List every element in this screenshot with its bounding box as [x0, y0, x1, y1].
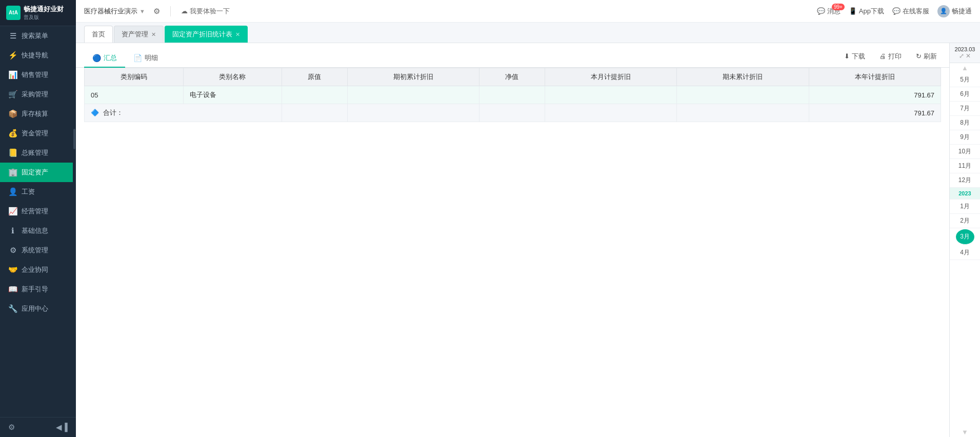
app-title: 畅捷通好业财 — [24, 5, 64, 14]
sidebar-item-label: 系统管理 — [22, 246, 48, 255]
sidebar-item-search[interactable]: ☰ 搜索菜单 — [0, 26, 73, 46]
sidebar-item-system[interactable]: ⚙ 系统管理 — [0, 241, 73, 260]
sidebar-item-ledger[interactable]: 📒 总账管理 — [0, 143, 73, 163]
topbar-settings-icon[interactable]: ⚙ — [153, 7, 160, 16]
sum-period-end — [677, 104, 809, 122]
summary-icon: 🔵 — [92, 54, 101, 62]
customer-service-icon: 💬 — [892, 7, 901, 15]
date-item-may[interactable]: 5月 — [950, 73, 980, 87]
table-container: 类别编码 类别名称 原值 期初累计折旧 净值 本月计提折旧 期未累计折旧 本年计… — [76, 68, 949, 437]
sum-annual: 791.67 — [809, 104, 941, 122]
tab-asset-close-icon[interactable]: ✕ — [151, 31, 156, 38]
sidebar-item-label: 工资 — [22, 187, 35, 196]
date-item-jun[interactable]: 6月 — [950, 87, 980, 102]
sum-net — [479, 104, 545, 122]
collapse-icon[interactable]: ◀▐ — [56, 423, 68, 432]
sidebar-item-basic-info[interactable]: ℹ 基础信息 — [0, 221, 73, 241]
app-edition: 普及版 — [24, 14, 64, 21]
scroll-down-btn[interactable]: ▼ — [950, 427, 980, 437]
date-list: 5月 6月 7月 8月 9月 10月 11月 12月 2023 1月 2月 3月… — [950, 73, 980, 427]
date-item-oct[interactable]: 10月 — [950, 145, 980, 159]
refresh-btn[interactable]: ↻ 刷新 — [912, 50, 941, 63]
sidebar-item-inventory[interactable]: 📦 库存核算 — [0, 104, 73, 124]
sidebar-item-purchase[interactable]: 🛒 采购管理 — [0, 85, 73, 104]
tab-depreciation-report[interactable]: 固定资产折旧统计表 ✕ — [165, 26, 248, 43]
topbar-right: 💬 消息 99+ 📱 App下载 💬 在线客服 👤 畅捷通 — [817, 5, 972, 17]
sidebar-item-fixed-assets[interactable]: 🏢 固定资产 — [0, 163, 73, 182]
date-item-feb[interactable]: 2月 — [950, 214, 980, 228]
expand-icon[interactable]: ⤢ — [959, 52, 964, 59]
row-original — [282, 86, 348, 104]
search-menu-icon: ☰ — [8, 31, 17, 41]
scroll-up-btn[interactable]: ▲ — [950, 63, 980, 73]
scrollbar-thumb — [73, 129, 75, 149]
date-item-jul[interactable]: 7月 — [950, 102, 980, 116]
customer-service-btn[interactable]: 💬 在线客服 — [892, 7, 929, 16]
experience-btn[interactable]: ☁ 我要体验一下 — [181, 7, 230, 16]
subtab-summary-label: 汇总 — [104, 53, 117, 63]
operations-icon: 📈 — [8, 207, 17, 216]
user-info[interactable]: 👤 畅捷通 — [937, 5, 972, 17]
date-item-dec[interactable]: 12月 — [950, 173, 980, 188]
col-header-monthly: 本月计提折旧 — [545, 68, 677, 86]
company-selector[interactable]: 医疗器械行业演示 ▼ — [84, 7, 145, 16]
print-btn[interactable]: 🖨 打印 — [875, 50, 906, 63]
sidebar-item-payroll[interactable]: 👤 工资 — [0, 182, 73, 202]
col-header-initial-dep: 期初累计折旧 — [347, 68, 479, 86]
panel-close-icon[interactable]: ✕ — [966, 52, 971, 59]
sidebar-item-tutorial[interactable]: 📖 新手引导 — [0, 280, 73, 299]
sidebar-item-sales[interactable]: 📊 销售管理 — [0, 65, 73, 85]
row-name: 电子设备 — [183, 86, 282, 104]
date-item-nov[interactable]: 11月 — [950, 159, 980, 173]
company-name: 医疗器械行业演示 — [84, 7, 137, 16]
app-download-btn[interactable]: 📱 App下载 — [849, 7, 884, 16]
panel-body: ▲ 5月 6月 7月 8月 9月 10月 11月 12月 2023 1月 2月 … — [950, 63, 980, 437]
print-icon: 🖨 — [879, 52, 886, 60]
sidebar-scrollbar — [73, 26, 76, 417]
main-area: 医疗器械行业演示 ▼ ⚙ ☁ 我要体验一下 💬 消息 99+ 📱 App下载 💬… — [76, 0, 980, 437]
date-item-aug[interactable]: 8月 — [950, 116, 980, 130]
download-label: 下载 — [852, 52, 865, 61]
sidebar-item-label: 基础信息 — [22, 226, 48, 235]
col-header-code: 类别编码 — [85, 68, 184, 86]
enterprise-icon: 🤝 — [8, 265, 17, 274]
sum-monthly — [545, 104, 677, 122]
experience-icon: ☁ — [181, 7, 188, 15]
tab-depreciation-close-icon[interactable]: ✕ — [235, 31, 240, 38]
tutorial-icon: 📖 — [8, 285, 17, 294]
sidebar-item-label: 固定资产 — [22, 168, 48, 177]
fixed-assets-icon: 🏢 — [8, 168, 17, 177]
sidebar-item-operations[interactable]: 📈 经营管理 — [0, 202, 73, 221]
subtab-detail[interactable]: 📄 明细 — [125, 49, 166, 68]
sidebar-item-quick-nav[interactable]: ⚡ 快捷导航 — [0, 46, 73, 65]
sidebar-item-label: 快捷导航 — [22, 51, 48, 60]
content-main: 🔵 汇总 📄 明细 ⬇ 下载 🖨 打印 — [76, 43, 949, 437]
tab-asset-management[interactable]: 资产管理 ✕ — [114, 26, 164, 43]
message-btn[interactable]: 💬 消息 99+ — [817, 7, 841, 16]
funds-icon: 💰 — [8, 129, 17, 138]
user-avatar: 👤 — [937, 5, 950, 17]
sidebar-item-enterprise[interactable]: 🤝 企业协同 — [0, 260, 73, 280]
subtab-summary[interactable]: 🔵 汇总 — [84, 49, 125, 68]
date-item-sep[interactable]: 9月 — [950, 130, 980, 145]
date-item-mar[interactable]: 3月 — [956, 229, 974, 245]
refresh-icon: ↻ — [916, 52, 922, 60]
tab-home-label: 首页 — [92, 30, 105, 39]
app-center-icon: 🔧 — [8, 304, 17, 313]
sum-label: 🔷 合计： — [85, 104, 282, 122]
customer-service-label: 在线客服 — [903, 7, 929, 16]
topbar-divider — [170, 6, 171, 16]
date-item-jan[interactable]: 1月 — [950, 200, 980, 214]
tab-home[interactable]: 首页 — [84, 26, 113, 43]
sidebar-item-funds[interactable]: 💰 资金管理 — [0, 124, 73, 143]
topbar: 医疗器械行业演示 ▼ ⚙ ☁ 我要体验一下 💬 消息 99+ 📱 App下载 💬… — [76, 0, 980, 23]
refresh-label: 刷新 — [924, 52, 937, 61]
download-btn[interactable]: ⬇ 下载 — [840, 50, 869, 63]
sidebar-item-label: 企业协同 — [22, 265, 48, 274]
payroll-icon: 👤 — [8, 187, 17, 196]
sidebar-item-app-center[interactable]: 🔧 应用中心 — [0, 299, 73, 319]
row-initial-dep — [347, 86, 479, 104]
settings-bottom-icon[interactable]: ⚙ — [8, 423, 15, 432]
date-item-apr[interactable]: 4月 — [950, 246, 980, 260]
date-item-year-2023[interactable]: 2023 — [950, 188, 980, 200]
